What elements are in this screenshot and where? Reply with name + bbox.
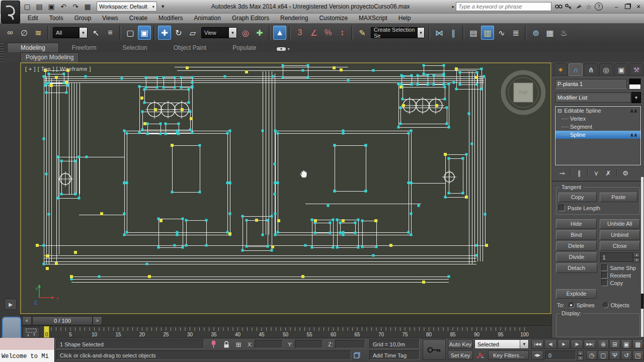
unlink-selection-button[interactable]: ∅ bbox=[18, 26, 31, 40]
edit-named-selection-sets-button[interactable]: ✎ bbox=[356, 26, 369, 40]
ribbon-minimize-button[interactable]: ▼▾ bbox=[277, 47, 290, 51]
bind-to-space-warp-button[interactable]: ≋ bbox=[32, 26, 45, 40]
isolate-selection-toggle[interactable] bbox=[208, 340, 218, 349]
next-frame-button[interactable]: |▶ bbox=[571, 339, 583, 349]
new-file-icon[interactable]: ▢ bbox=[22, 2, 33, 12]
chevron-down-icon[interactable]: ▼ bbox=[631, 92, 641, 103]
select-and-link-button[interactable]: ∞ bbox=[4, 26, 17, 40]
track-bar[interactable]: 5101520253035404550556065707580859095100… bbox=[20, 325, 551, 338]
viewcube[interactable]: TOP bbox=[503, 72, 543, 113]
menu-views[interactable]: Views bbox=[97, 14, 124, 23]
save-file-icon[interactable]: ▣ bbox=[46, 2, 57, 12]
stack-item-segment[interactable]: Segment bbox=[555, 123, 640, 131]
go-to-start-button[interactable]: |◀◀ bbox=[531, 339, 544, 349]
default-tangents-icon[interactable] bbox=[474, 350, 487, 360]
snaps-toggle-3d[interactable]: 3 bbox=[293, 26, 306, 40]
angle-snap-toggle[interactable]: ∠ bbox=[307, 26, 320, 40]
select-object-button[interactable]: ↖ bbox=[90, 26, 103, 40]
align-button[interactable]: ∥ bbox=[447, 26, 460, 40]
workspace-dropdown[interactable]: Workspace: Default ▾ bbox=[97, 2, 157, 12]
ribbon-tab-object-paint[interactable]: Object Paint bbox=[160, 43, 219, 52]
menu-create[interactable]: Create bbox=[124, 14, 153, 23]
zoom-all-button[interactable]: ⊞ bbox=[609, 339, 620, 349]
menu-help[interactable]: Help bbox=[393, 14, 417, 23]
select-by-name-button[interactable]: ≡ bbox=[104, 26, 117, 40]
select-and-rotate-button[interactable]: ↻ bbox=[172, 26, 185, 40]
zoom-button[interactable]: ⊕ bbox=[598, 339, 609, 349]
select-and-move-button[interactable]: ✚ bbox=[158, 26, 171, 40]
region-zoom-button[interactable]: ▢ bbox=[598, 350, 609, 360]
viewport-label[interactable]: [ + ] [ Top ] [ Wireframe ] bbox=[25, 66, 91, 72]
toolbar-grip[interactable] bbox=[1, 43, 4, 61]
window-crossing-toggle[interactable]: ▣ bbox=[138, 26, 151, 40]
zoom-extents-all-button[interactable]: ▩ bbox=[632, 339, 643, 349]
mirror-button[interactable]: ⋈ bbox=[433, 26, 446, 40]
object-name-field[interactable]: P-planta 1 bbox=[555, 79, 627, 89]
ribbon-tab-populate[interactable]: Populate bbox=[219, 43, 269, 52]
restore-button[interactable] bbox=[622, 2, 633, 11]
search-input[interactable] bbox=[456, 2, 551, 11]
use-pivot-point-center-button[interactable]: ◎ bbox=[239, 26, 252, 40]
show-end-result-button[interactable]: ∥ bbox=[573, 169, 585, 177]
dope-sheet-button[interactable]: ≣ bbox=[509, 26, 522, 40]
selection-filter-dropdown[interactable]: All▼ bbox=[53, 27, 88, 38]
menu-animation[interactable]: Animation bbox=[189, 14, 226, 23]
object-color-swatch[interactable] bbox=[629, 78, 641, 89]
menu-modifiers[interactable]: Modifiers bbox=[153, 14, 189, 23]
search-icon[interactable] bbox=[553, 2, 564, 11]
menu-rendering[interactable]: Rendering bbox=[275, 14, 313, 23]
percent-snap-toggle[interactable]: % bbox=[321, 26, 335, 40]
same-shp-checkbox[interactable] bbox=[601, 264, 608, 271]
viewport-layout-tabs-button[interactable]: ▶ bbox=[5, 299, 17, 310]
close-button[interactable]: ✕ bbox=[633, 2, 644, 11]
welcome-window[interactable]: Welcome to Mi bbox=[0, 338, 55, 362]
current-frame-field[interactable]: 0 bbox=[545, 350, 576, 360]
unbind-button[interactable]: Unbind bbox=[600, 230, 640, 240]
divide-button[interactable]: Divide bbox=[556, 252, 597, 262]
previous-frame-arrow[interactable]: < bbox=[22, 316, 32, 325]
search-expand-icon[interactable]: ▸ bbox=[452, 4, 454, 9]
set-keys-button[interactable] bbox=[423, 339, 446, 360]
3ds-max-logo[interactable] bbox=[1, 1, 20, 24]
redo-icon[interactable]: ↷ bbox=[70, 2, 81, 12]
menu-group[interactable]: Group bbox=[69, 14, 97, 23]
ribbon-tab-freeform[interactable]: Freeform bbox=[59, 43, 110, 52]
configure-modifier-sets-button[interactable]: ⚙ bbox=[619, 169, 631, 177]
help-icon[interactable]: ? bbox=[594, 2, 604, 11]
hierarchy-tab[interactable]: ⋔ bbox=[584, 63, 598, 76]
motion-tab[interactable]: ◎ bbox=[599, 63, 613, 76]
close-button[interactable]: Close bbox=[600, 241, 640, 251]
scrollbar-thumb[interactable] bbox=[641, 294, 643, 309]
previous-frame-button[interactable]: ◀| bbox=[544, 339, 557, 349]
open-file-icon[interactable]: ▤ bbox=[34, 2, 45, 12]
orbit-button[interactable]: ↺ bbox=[621, 350, 632, 360]
utilities-tab[interactable]: ⚒ bbox=[629, 63, 643, 76]
communication-center-icon[interactable] bbox=[574, 2, 584, 11]
scene-explorer-toggle[interactable]: ▥ bbox=[481, 26, 494, 40]
bind-button[interactable]: Bind bbox=[556, 230, 597, 240]
auto-key-button[interactable]: Auto Key bbox=[448, 339, 473, 349]
key-filters-button[interactable]: Key Filters... bbox=[488, 350, 529, 360]
set-key-button[interactable]: Set Key bbox=[448, 350, 473, 360]
reference-coordinate-system-dropdown[interactable]: View▼ bbox=[201, 27, 237, 38]
selection-lock-toggle[interactable] bbox=[221, 340, 231, 349]
divide-spinner[interactable]: ▲▼ bbox=[633, 252, 640, 262]
spinner-snap-toggle[interactable]: ↕ bbox=[336, 26, 349, 40]
copy-checkbox[interactable] bbox=[601, 280, 608, 286]
hide-button[interactable]: Hide bbox=[556, 219, 597, 229]
project-folder-icon[interactable]: ▦ bbox=[82, 2, 93, 12]
detach-button[interactable]: Detach bbox=[556, 263, 597, 273]
paste-length-checkbox[interactable] bbox=[558, 205, 565, 211]
stack-item-vertex[interactable]: Vertex bbox=[555, 115, 640, 123]
undo-icon[interactable]: ↶ bbox=[58, 2, 69, 12]
layer-manager-button[interactable]: ▤ bbox=[467, 26, 480, 40]
pan-button[interactable]: Ψ bbox=[609, 350, 620, 360]
named-selection-sets-dropdown[interactable]: Create Selection Se▼ bbox=[371, 27, 425, 38]
key-filter-scope-dropdown[interactable]: Selected ▼ bbox=[474, 339, 529, 349]
add-time-tag-field[interactable]: Add Time Tag bbox=[369, 350, 420, 360]
play-button[interactable]: ▶ bbox=[557, 339, 570, 349]
next-frame-arrow[interactable]: > bbox=[93, 316, 102, 325]
polygon-modeling-panel-tab[interactable]: Polygon Modeling bbox=[20, 52, 79, 62]
rendered-frame-window-button[interactable]: ▦ bbox=[543, 26, 556, 40]
current-frame-indicator[interactable]: 0 bbox=[44, 326, 49, 337]
